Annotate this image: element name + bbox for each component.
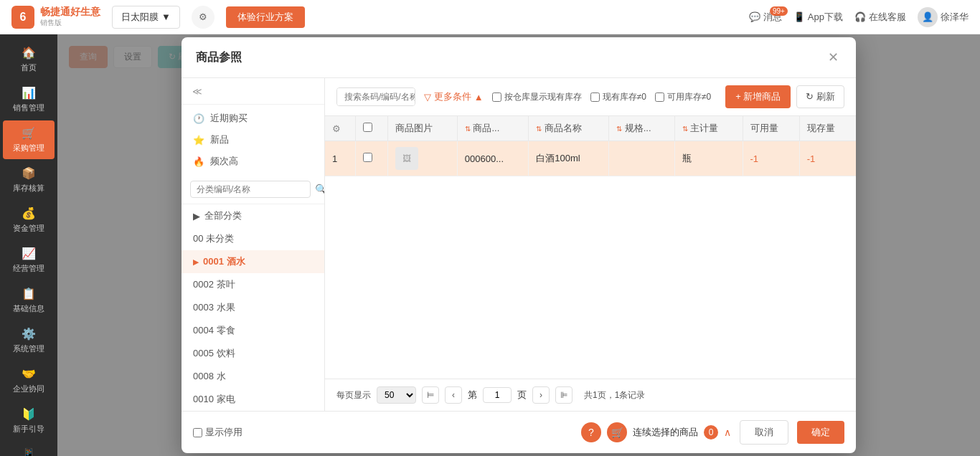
sort-icon[interactable]: ⇅ [465, 125, 471, 133]
collab-icon: 🤝 [22, 367, 36, 381]
category-item-0004[interactable]: 0004 零食 [182, 319, 324, 342]
sidebar-item-finance[interactable]: 💰 资金管理 [3, 201, 55, 239]
add-product-button[interactable]: + 新增商品 [725, 85, 791, 108]
sidebar-item-appcenter[interactable]: 📱 应用中心 [3, 442, 55, 456]
th-settings: ⚙ [325, 116, 356, 141]
frequent-icon: 🔥 [193, 156, 204, 167]
display-disabled-input[interactable] [193, 428, 202, 437]
category-item-0005[interactable]: 0005 饮料 [182, 342, 324, 365]
close-button[interactable]: ✕ [824, 49, 842, 66]
pagination-bar: 每页显示 50 100 ⊨ ‹ 第 页 › ⊫ 共 [325, 379, 856, 411]
headset-icon: 🎧 [854, 11, 866, 22]
user-nav[interactable]: 👤 徐泽华 [918, 7, 969, 27]
purchase-icon: 🛒 [22, 126, 36, 140]
filter-recent[interactable]: 🕐 近期购买 [182, 108, 324, 129]
table-row[interactable]: 1 🖼 000600... 白酒100ml [325, 141, 856, 176]
sidebar-item-label: 库存核算 [13, 183, 44, 194]
system-icon: ⚙️ [22, 327, 36, 341]
page-number-input[interactable] [483, 387, 512, 403]
expand-icon: ▶ [193, 211, 200, 222]
sidebar-item-home[interactable]: 🏠 首页 [3, 40, 55, 79]
collapse-arrow-icon[interactable]: ∧ [724, 427, 731, 438]
display-disabled-checkbox[interactable]: 显示停用 [193, 426, 242, 439]
category-item-00[interactable]: 00 未分类 [182, 227, 324, 250]
sidebar-item-business[interactable]: 📈 经营管理 [3, 241, 55, 280]
product-search-bar: 🔍 [336, 87, 415, 106]
last-page-btn[interactable]: ⊫ [555, 386, 573, 404]
sidebar-item-guide[interactable]: 🔰 新手引导 [3, 402, 55, 440]
checkbox-available[interactable]: 可用库存≠0 [655, 91, 711, 103]
modal-footer: 显示停用 ? 🛒 连续选择的商品 [182, 411, 856, 453]
checkbox-warehouse-input[interactable] [492, 92, 501, 102]
sidebar-item-system[interactable]: ⚙️ 系统管理 [3, 321, 55, 360]
checkbox-stock-input[interactable] [590, 92, 600, 102]
first-page-btn[interactable]: ⊨ [422, 386, 439, 404]
cancel-button[interactable]: 取消 [740, 420, 788, 445]
table-settings-icon[interactable]: ⚙ [332, 123, 341, 134]
service-nav[interactable]: 🎧 在线客服 [854, 11, 906, 24]
refresh-button[interactable]: ↻ 刷新 [796, 85, 844, 108]
checkbox-available-input[interactable] [655, 92, 664, 102]
category-item-0008[interactable]: 0008 水 [182, 365, 324, 388]
select-all-checkbox[interactable] [363, 123, 372, 132]
help-circle[interactable]: ? [581, 422, 601, 442]
sort-icon2[interactable]: ⇅ [536, 125, 542, 133]
sort-icon3[interactable]: ⇅ [616, 125, 622, 133]
checkbox-warehouse[interactable]: 按仓库显示现有库存 [492, 91, 582, 103]
left-panel-header: ≪ [182, 78, 324, 105]
guide-icon: 🔰 [22, 407, 36, 421]
trial-button[interactable]: 体验行业方案 [226, 6, 305, 28]
right-panel: 🔍 ▽ 更多条件 ▲ 按仓库显示现有库存 [325, 78, 856, 411]
cell-unit: 瓶 [674, 141, 743, 176]
category-item-0003[interactable]: 0003 水果 [182, 296, 324, 319]
category-item-0010[interactable]: 0010 家电 [182, 388, 324, 411]
filter-more-btn[interactable]: ▽ 更多条件 ▲ [424, 90, 484, 103]
business-icon: 📈 [22, 247, 36, 260]
collapse-button[interactable]: ≪ [190, 84, 204, 98]
next-page-btn[interactable]: › [532, 386, 550, 404]
checkbox-stock[interactable]: 现有库存≠0 [590, 91, 646, 103]
cell-num: 1 [325, 141, 356, 176]
sidebar-item-sales[interactable]: 📊 销售管理 [3, 80, 55, 119]
app-download-nav[interactable]: 📱 App下载 [793, 11, 843, 24]
cell-checkbox [356, 141, 388, 176]
confirm-button[interactable]: 确定 [797, 421, 844, 444]
left-panel: ≪ 🕐 近期购买 ⭐ 新品 🔥 [182, 78, 325, 411]
sidebar-item-label: 采购管理 [13, 143, 44, 153]
logo-area: 6 畅捷通好生意 销售版 [11, 6, 100, 29]
nav-right: 💬 消息 99+ 📱 App下载 🎧 在线客服 👤 徐泽华 [749, 7, 969, 27]
cell-name: 白酒100ml [529, 141, 609, 176]
category-item-0001[interactable]: ▶ 0001 酒水 [182, 250, 324, 273]
sidebar-item-inventory[interactable]: 📦 库存核算 [3, 161, 55, 199]
sidebar-item-label: 企业协同 [13, 384, 44, 394]
th-image: 商品图片 [388, 116, 457, 141]
cell-available: -1 [743, 141, 799, 176]
messages-nav[interactable]: 💬 消息 99+ [749, 11, 782, 24]
table-header-row: ⚙ 商品图片 ⇅ 商品... [325, 116, 856, 141]
settings-icon[interactable]: ⚙ [192, 6, 215, 29]
category-item-0002[interactable]: 0002 茶叶 [182, 273, 324, 296]
cart-icon[interactable]: 🛒 [607, 422, 627, 442]
modal-header: 商品参照 ✕ [182, 37, 856, 78]
chevron-up-icon: ▲ [474, 92, 484, 103]
category-search-input[interactable] [190, 181, 311, 198]
th-spec: ⇅ 规格... [609, 116, 675, 141]
category-search-icon[interactable]: 🔍 [315, 184, 325, 195]
page-size-select[interactable]: 50 100 [377, 386, 416, 404]
row-checkbox[interactable] [363, 153, 372, 162]
product-search-input[interactable] [337, 88, 415, 105]
sidebar: 🏠 首页 📊 销售管理 🛒 采购管理 📦 库存核算 💰 资金管理 📈 经营管理 … [0, 34, 57, 456]
modal-body: ≪ 🕐 近期购买 ⭐ 新品 🔥 [182, 78, 856, 411]
sidebar-item-purchase[interactable]: 🛒 采购管理 [3, 120, 55, 159]
th-available: 可用量 [743, 116, 799, 141]
filter-frequent[interactable]: 🔥 频次高 [182, 151, 324, 172]
page-size-label: 每页显示 [336, 389, 371, 402]
prev-page-btn[interactable]: ‹ [445, 386, 462, 404]
sidebar-item-collab[interactable]: 🤝 企业协同 [3, 361, 55, 400]
sidebar-item-basic[interactable]: 📋 基础信息 [3, 281, 55, 320]
sort-icon4[interactable]: ⇅ [682, 125, 688, 133]
filter-new[interactable]: ⭐ 新品 [182, 129, 324, 151]
category-item-all[interactable]: ▶ 全部分类 [182, 204, 324, 227]
filter-checkboxes: 按仓库显示现有库存 现有库存≠0 可用库存≠0 [492, 91, 712, 103]
store-selector[interactable]: 日太阳膜 ▼ [112, 6, 180, 29]
